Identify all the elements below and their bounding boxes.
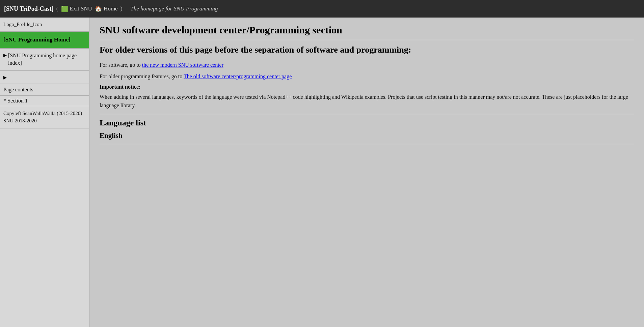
new-software-center-link[interactable]: the new modern SNU software center bbox=[142, 62, 223, 68]
old-software-center-link[interactable]: The old software center/programming cent… bbox=[184, 73, 292, 79]
programming-text-before: For older programming features, go to bbox=[100, 73, 184, 79]
exit-label: Exit SNU bbox=[70, 5, 92, 12]
english-title: English bbox=[100, 131, 634, 140]
notice-text: When adding in several languages, keywor… bbox=[100, 93, 634, 110]
page-contents-label: Page contents bbox=[3, 87, 33, 92]
section1-label: * Section 1 bbox=[3, 98, 28, 103]
important-notice-label: Important notice: bbox=[100, 84, 634, 90]
older-versions-title: For older versions of this page before t… bbox=[100, 44, 634, 56]
sidebar-section1[interactable]: * Section 1 bbox=[0, 96, 89, 106]
sidebar-expandable-2[interactable]: ▶ bbox=[0, 71, 89, 84]
logo-profile-icon-label: Logo_Profile_Icon bbox=[3, 22, 42, 27]
copyright-text: Copyleft SeanWallaWalla (2015-2020) SNU … bbox=[3, 111, 82, 124]
sidebar-index-label: [SNU Programming home page index] bbox=[8, 52, 86, 67]
top-bar: [SNU TriPod-Cast] ( 🟩 Exit SNU 🏠 Home ) … bbox=[0, 0, 644, 18]
sidebar-logo-area: Logo_Profile_Icon bbox=[0, 18, 89, 32]
app-title: [SNU TriPod-Cast] bbox=[4, 5, 54, 12]
home-button[interactable]: 🏠 Home bbox=[95, 5, 118, 12]
programming-paragraph: For older programming features, go to Th… bbox=[100, 72, 634, 81]
content-hr-1 bbox=[100, 40, 634, 40]
home-icon: 🏠 bbox=[95, 5, 102, 12]
software-text-before: For software, go to bbox=[100, 62, 142, 68]
content-hr-2 bbox=[100, 114, 634, 114]
main-page-title: SNU software development center/Programm… bbox=[100, 24, 634, 36]
topbar-description: The homepage for SNU Programming bbox=[130, 5, 218, 12]
language-list-title: Language list bbox=[100, 118, 634, 127]
sidebar-arrow-1: ▶ bbox=[3, 53, 7, 58]
sidebar-home-label: [SNU Programming Home] bbox=[3, 36, 71, 43]
sidebar-copyright: Copyleft SeanWallaWalla (2015-2020) SNU … bbox=[0, 106, 89, 128]
home-label: Home bbox=[104, 5, 118, 12]
sidebar-page-contents: Page contents bbox=[0, 84, 89, 96]
exit-icon: 🟩 bbox=[61, 5, 68, 12]
main-layout: Logo_Profile_Icon [SNU Programming Home]… bbox=[0, 18, 644, 327]
sidebar-home-link[interactable]: [SNU Programming Home] bbox=[0, 32, 89, 48]
content-hr-3 bbox=[100, 144, 634, 144]
exit-snu-button[interactable]: 🟩 Exit SNU bbox=[61, 5, 92, 12]
content-area: SNU software development center/Programm… bbox=[89, 18, 644, 327]
sidebar: Logo_Profile_Icon [SNU Programming Home]… bbox=[0, 18, 89, 327]
sidebar-index-expandable[interactable]: ▶ [SNU Programming home page index] bbox=[0, 49, 89, 71]
close-paren: ) bbox=[120, 5, 123, 12]
software-paragraph: For software, go to the new modern SNU s… bbox=[100, 61, 634, 69]
sidebar-arrow-2: ▶ bbox=[3, 75, 7, 80]
open-paren: ( bbox=[56, 5, 58, 12]
